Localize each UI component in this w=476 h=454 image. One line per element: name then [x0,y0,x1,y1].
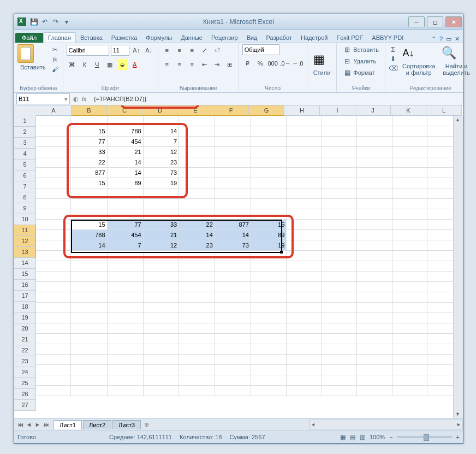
tab-file[interactable]: Файл [15,33,43,43]
tab-formulas[interactable]: Формулы [141,33,176,43]
increase-decimal-icon[interactable]: .0→ [280,58,291,69]
paste-button[interactable]: Вставить [17,63,49,72]
tab-home[interactable]: Главная [43,32,76,43]
group-label: Ячейки [340,84,382,92]
row-headers[interactable]: 1234567891011121314151617181920212223242… [14,116,36,411]
tab-foxit[interactable]: Foxit PDF [332,33,367,43]
font-name-input[interactable] [67,45,109,56]
decrease-font-icon[interactable]: A↓ [144,45,154,56]
comma-icon[interactable]: 000 [267,58,278,69]
save-icon[interactable]: 💾 [29,17,38,26]
increase-font-icon[interactable]: A↑ [131,45,142,56]
find-select-button[interactable]: Найти и выделить [440,62,472,77]
tab-addins[interactable]: Надстрой [296,33,332,43]
align-middle-icon[interactable]: ≡ [174,45,185,56]
select-all-corner[interactable] [14,105,37,116]
sheet-nav-next-icon[interactable]: ► [34,421,41,428]
name-box[interactable]: B11▾ [16,93,70,104]
styles-button[interactable]: Стили [311,68,334,77]
view-normal-icon[interactable]: ▦ [340,434,346,441]
status-count: Количество: 18 [180,434,222,440]
decrease-decimal-icon[interactable]: ←.0 [293,58,304,69]
percent-icon[interactable]: % [255,58,266,69]
group-label: Шрифт [67,84,154,92]
tab-review[interactable]: Рецензир [207,33,242,43]
sort-filter-icon[interactable]: A↓ [400,44,417,62]
doc-close-icon[interactable]: ✕ [455,36,460,43]
sheet-nav-prev-icon[interactable]: ◄ [25,421,33,428]
zoom-out-icon[interactable]: − [389,434,392,440]
app-window: 💾 ↶ ↷ ▾ Книга1 - Microsoft Excel ─ ◻ ✕ Ф… [14,14,463,444]
paste-icon[interactable] [17,44,34,63]
new-sheet-icon[interactable]: ⊕ [141,421,152,428]
clear-icon[interactable]: ⌫ [389,64,397,73]
tab-insert[interactable]: Вставка [76,33,107,43]
window-title: Книга1 - Microsoft Excel [203,18,274,26]
cells-format-button[interactable]: ▦Формат [340,67,377,78]
align-top-icon[interactable]: ≡ [162,45,172,56]
underline-button[interactable]: Ч [92,59,103,70]
tab-view[interactable]: Вид [242,33,262,43]
copy-icon[interactable]: ⎘ [51,55,59,64]
group-number: ₽ % 000 .0→ ←.0 Число [239,43,307,92]
formula-input[interactable] [94,94,461,104]
merge-icon[interactable]: ⊞ [224,59,235,70]
dropdown-icon[interactable]: ◐ [73,96,79,103]
sort-filter-button[interactable]: Сортировка и фильтр [400,62,438,77]
close-button[interactable]: ✕ [445,16,462,27]
fill-color-icon[interactable]: ⬙ [117,59,128,70]
cells-delete-button[interactable]: ⊟Удалить [340,56,379,67]
align-left-icon[interactable]: ≡ [162,59,172,70]
font-size-input[interactable] [111,45,129,56]
font-color-icon[interactable]: A [129,59,140,70]
cut-icon[interactable]: ✂ [51,45,59,54]
undo-icon[interactable]: ↶ [40,17,49,26]
italic-button[interactable]: К [79,59,90,70]
align-center-icon[interactable]: ≡ [174,59,185,70]
border-icon[interactable]: ▦ [104,59,115,70]
number-format-input[interactable] [242,44,279,55]
sheet-nav-first-icon[interactable]: ⏮ [16,421,24,428]
wrap-text-icon[interactable]: ⏎ [212,45,223,56]
doc-restore-icon[interactable]: ▭ [446,36,451,43]
spreadsheet-grid[interactable]: ABCDEFGHIJKL 123456789101112131415161718… [14,105,463,418]
view-pagebreak-icon[interactable]: ▥ [360,434,365,441]
vertical-scrollbar[interactable] [453,116,463,418]
decrease-indent-icon[interactable]: ⇤ [199,59,210,70]
format-painter-icon[interactable]: 🖌 [51,65,59,74]
minimize-button[interactable]: ─ [408,16,425,27]
horizontal-scrollbar[interactable] [309,420,463,429]
group-styles: ▦ Стили [307,43,337,92]
group-editing: Σ ⬇ ⌫ A↓ Сортировка и фильтр 🔍 Найти и в… [385,43,476,92]
redo-icon[interactable]: ↷ [51,17,60,26]
increase-indent-icon[interactable]: ⇥ [212,59,223,70]
sheet-tab-1[interactable]: Лист1 [53,420,82,429]
tab-data[interactable]: Данные [176,33,207,43]
qat-dropdown-icon[interactable]: ▾ [62,17,71,26]
cells-insert-button[interactable]: ⊞Вставить [340,44,382,55]
find-select-icon[interactable]: 🔍 [440,44,457,62]
bold-button[interactable]: Ж [67,59,78,70]
currency-icon[interactable]: ₽ [242,58,253,69]
sheet-tab-2[interactable]: Лист2 [83,420,111,429]
zoom-slider[interactable] [397,436,452,438]
zoom-in-icon[interactable]: + [456,434,460,440]
sheet-nav-last-icon[interactable]: ⏭ [43,421,50,428]
column-headers[interactable]: ABCDEFGHIJKL [36,105,462,116]
sheet-tab-3[interactable]: Лист3 [112,420,141,429]
autosum-icon[interactable]: Σ [389,45,397,54]
fill-icon[interactable]: ⬇ [389,55,397,63]
maximize-button[interactable]: ◻ [427,16,443,27]
tab-layout[interactable]: Разметка [107,33,142,43]
styles-icon[interactable]: ▦ [311,51,328,68]
tab-dev[interactable]: Разработ [262,33,296,43]
cells-area[interactable]: 1578814774547332112221423877147315891915… [36,116,463,396]
align-bottom-icon[interactable]: ≡ [187,45,198,56]
help-icon[interactable]: ? [439,36,443,43]
fx-icon[interactable]: fx [82,96,91,102]
tab-abbyy[interactable]: ABBYY PDI [367,33,408,43]
ribbon-minimize-icon[interactable]: ⌃ [431,36,436,43]
view-layout-icon[interactable]: ▤ [350,434,355,441]
orientation-icon[interactable]: ⤢ [199,45,210,56]
align-right-icon[interactable]: ≡ [187,59,198,70]
